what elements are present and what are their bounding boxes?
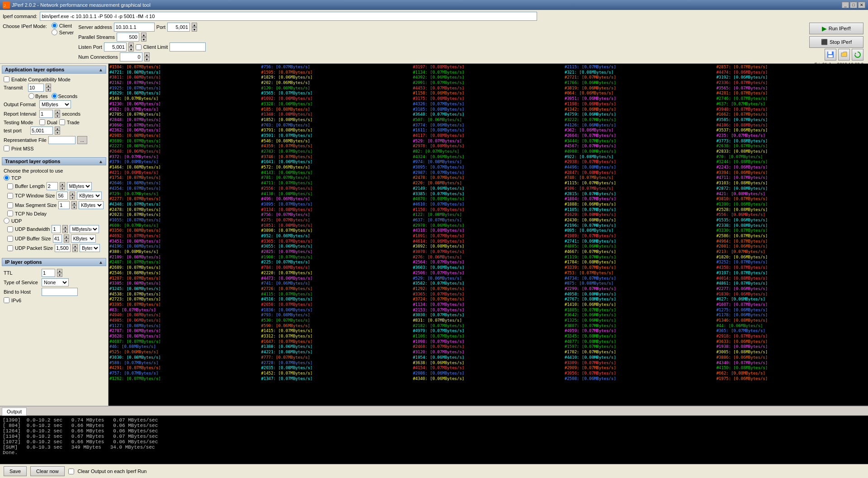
udp-bw-up-btn[interactable]: ▲ <box>62 225 68 229</box>
num-connections-input[interactable] <box>120 52 142 61</box>
stop-iperf-button[interactable]: ⬛ Stop IPerf <box>809 36 863 48</box>
tos-select[interactable]: None <box>42 278 69 286</box>
udp-buf-unit-select[interactable]: KBytes <box>71 234 96 243</box>
toolbar: Iperf command: Choose IPerf Mode: Client… <box>0 10 868 64</box>
listen-port-input[interactable] <box>104 42 127 52</box>
port-up-btn[interactable]: ▲ <box>192 23 197 27</box>
rep-file-input[interactable] <box>48 136 75 144</box>
max-seg-input[interactable] <box>58 201 70 209</box>
udp-pkt-checkbox[interactable] <box>7 245 13 251</box>
output-tab[interactable]: Output <box>2 408 27 416</box>
listen-port-label: Listen Port <box>78 44 102 50</box>
compat-mode-checkbox[interactable] <box>4 76 9 82</box>
command-input[interactable] <box>40 12 537 21</box>
bind-host-input[interactable] <box>42 288 78 296</box>
seconds-option[interactable]: Seconds <box>52 93 78 99</box>
udp-buf-down-btn[interactable]: ▼ <box>64 239 69 243</box>
minimize-button[interactable]: _ <box>842 2 849 8</box>
buf-down-btn[interactable]: ▼ <box>60 186 65 190</box>
listen-port-down-btn[interactable]: ▼ <box>128 47 134 52</box>
transmit-input[interactable] <box>28 84 44 92</box>
report-interval-label: Report Interval <box>4 111 38 117</box>
close-button[interactable]: ✕ <box>858 2 865 8</box>
num-conn-up-btn[interactable]: ▲ <box>144 52 150 57</box>
bottom-toolbar: Save Clear now Clear Output on each Iper… <box>0 464 868 478</box>
max-seg-checkbox[interactable] <box>7 202 13 208</box>
udp-bw-checkbox[interactable] <box>7 226 13 232</box>
maximize-button[interactable]: □ <box>850 2 857 8</box>
ttl-up-btn[interactable]: ▲ <box>57 269 62 273</box>
tcp-window-row: TCP Window Size ▲ ▼ KBytes <box>4 192 104 200</box>
port-down-btn[interactable]: ▼ <box>192 27 197 32</box>
buffer-length-checkbox[interactable] <box>7 183 13 189</box>
clear-on-run-checkbox[interactable] <box>68 469 74 474</box>
save-icon-button[interactable] <box>825 49 836 61</box>
udp-buf-checkbox[interactable] <box>7 236 13 242</box>
parallel-streams-input[interactable] <box>117 33 139 42</box>
transmit-down-btn[interactable]: ▼ <box>46 88 51 92</box>
tcp-no-delay-checkbox[interactable] <box>7 211 13 216</box>
bytes-option[interactable]: Bytes <box>28 93 48 99</box>
print-mss-checkbox[interactable] <box>4 145 9 151</box>
run-iperf-button[interactable]: ▶ Run IPerf! <box>809 23 863 34</box>
num-conn-down-btn[interactable]: ▼ <box>144 57 150 61</box>
tcp-win-down-btn[interactable]: ▼ <box>70 196 75 200</box>
tos-row: Type of Service None <box>4 278 104 286</box>
port-input[interactable] <box>167 23 190 32</box>
udp-bw-input[interactable] <box>52 225 61 233</box>
ttl-input[interactable] <box>42 269 55 277</box>
max-seg-up-btn[interactable]: ▲ <box>71 201 77 205</box>
udp-radio[interactable] <box>4 218 9 224</box>
max-seg-unit-select[interactable]: KBytes <box>79 201 104 209</box>
server-radio[interactable] <box>52 29 57 35</box>
tcp-win-unit-select[interactable]: KBytes <box>77 192 102 200</box>
server-address-input[interactable] <box>114 23 155 32</box>
udp-pkt-down-btn[interactable]: ▼ <box>72 248 78 252</box>
seconds-radio[interactable] <box>52 93 57 99</box>
max-seg-down-btn[interactable]: ▼ <box>71 205 77 209</box>
parallel-down-btn[interactable]: ▼ <box>141 37 146 42</box>
ttl-down-btn[interactable]: ▼ <box>57 273 62 277</box>
tcp-radio[interactable] <box>4 175 9 181</box>
client-radio[interactable] <box>52 23 57 28</box>
report-up-btn[interactable]: ▲ <box>55 110 60 114</box>
udp-buf-up-btn[interactable]: ▲ <box>64 234 69 239</box>
ipv6-checkbox[interactable] <box>4 297 9 303</box>
udp-pkt-unit-select[interactable]: Bytes <box>80 244 100 252</box>
buffer-unit-select[interactable]: MBytes <box>67 182 92 190</box>
open-icon-button[interactable] <box>838 49 850 61</box>
listen-port-up-btn[interactable]: ▲ <box>128 42 134 47</box>
dual-checkbox[interactable] <box>39 119 45 125</box>
client-limit-checkbox[interactable] <box>136 44 142 50</box>
test-port-input[interactable] <box>30 127 53 135</box>
report-interval-row: Report Interval ▲ ▼ seconds <box>4 110 104 118</box>
tcp-window-checkbox[interactable] <box>7 193 13 199</box>
transport-layer-header[interactable]: Transport layer options ▲ <box>2 157 106 165</box>
buf-up-btn[interactable]: ▲ <box>60 182 65 186</box>
parallel-up-btn[interactable]: ▲ <box>141 33 146 37</box>
udp-pkt-input[interactable] <box>55 244 71 252</box>
udp-buf-input[interactable] <box>53 234 62 243</box>
udp-bw-unit-select[interactable]: MBytes/sec <box>70 225 99 233</box>
save-button[interactable]: Save <box>4 466 27 476</box>
app-layer-header[interactable]: Application layer options ▲ <box>2 66 106 74</box>
tcp-win-up-btn[interactable]: ▲ <box>70 192 75 196</box>
trade-checkbox[interactable] <box>59 119 65 125</box>
ip-layer-header[interactable]: IP layer options ▲ <box>2 258 106 266</box>
report-down-btn[interactable]: ▼ <box>55 114 60 118</box>
bytes-radio[interactable] <box>28 93 34 99</box>
refresh-icon-button[interactable] <box>852 49 863 61</box>
buffer-length-input[interactable] <box>47 182 58 190</box>
test-port-up-btn[interactable]: ▲ <box>55 127 60 131</box>
transmit-up-btn[interactable]: ▲ <box>46 84 51 88</box>
tcp-window-input[interactable] <box>57 192 68 200</box>
report-interval-input[interactable] <box>39 110 53 118</box>
rep-file-browse-btn[interactable]: ... <box>77 136 87 144</box>
client-limit-input[interactable] <box>170 42 206 52</box>
clear-now-button[interactable]: Clear now <box>30 466 65 476</box>
test-port-down-btn[interactable]: ▼ <box>55 131 60 135</box>
client-label: Client <box>59 23 72 28</box>
output-format-select[interactable]: MBytes KBytes Bits KBits MBits <box>39 100 71 108</box>
udp-pkt-up-btn[interactable]: ▲ <box>72 244 78 248</box>
udp-bw-down-btn[interactable]: ▼ <box>62 229 68 233</box>
